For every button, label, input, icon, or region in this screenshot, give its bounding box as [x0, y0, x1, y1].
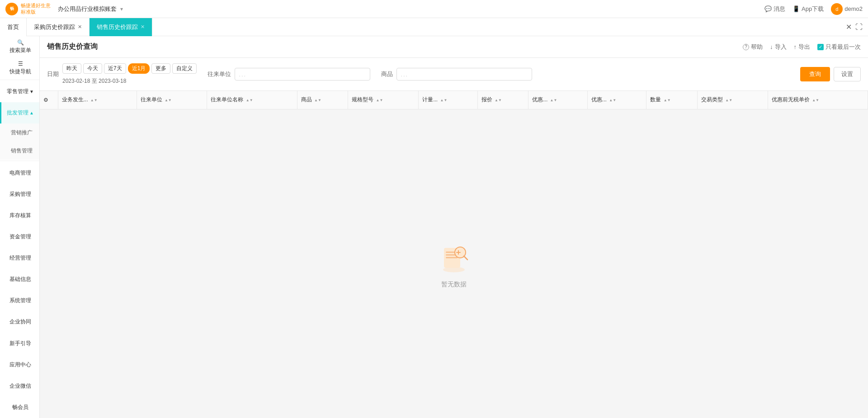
page-header: 销售历史价查询 ? 帮助 ↓ 导入 ↑ 导出 ✓ 只看最后一次: [40, 36, 868, 58]
col-transaction-type-header[interactable]: 交易类型 ▲▼: [697, 91, 768, 109]
date-last7days-btn[interactable]: 近7天: [104, 63, 126, 74]
topbar-dropdown-icon[interactable]: ▾: [120, 6, 123, 12]
from-unit-filter-item: 往来单位 ...: [208, 68, 370, 81]
sidebar: 🔍 搜索菜单 ☰ 快捷导航 零售管理 ▼ 批发管理 ▲ 营销推广 销售管理 电商…: [0, 36, 40, 418]
svg-line-6: [464, 256, 467, 260]
close-all-tabs-button[interactable]: ✕: [846, 23, 852, 31]
col-quantity-header[interactable]: 数量 ▲▼: [646, 91, 697, 109]
date-range-display: 2023-02-18 至 2023-03-18: [62, 77, 197, 85]
table-header-row: ⚙ 业务发生... ▲▼ 往来单位 ▲▼ 往来单位名称: [40, 91, 868, 109]
date-custom-btn[interactable]: 自定义: [172, 63, 197, 74]
sidebar-item-search-menu[interactable]: 🔍 搜索菜单: [0, 36, 39, 57]
export-button[interactable]: ↑ 导出: [794, 43, 811, 51]
sidebar-item-purchase-mgmt[interactable]: 采购管理: [0, 184, 39, 205]
sort-icon-3: ▲▼: [246, 98, 253, 102]
chevron-down-icon: ▼: [29, 89, 34, 94]
divider-1: [0, 80, 39, 80]
date-buttons: 昨天 今天 近7天 近1月 更多 自定义: [62, 63, 197, 74]
sort-icon-4: ▲▼: [314, 98, 321, 102]
sidebar-item-sales-mgmt[interactable]: 销售管理: [0, 142, 39, 160]
page-header-actions: ? 帮助 ↓ 导入 ↑ 导出 ✓ 只看最后一次: [743, 43, 861, 51]
sort-icon-6: ▲▼: [440, 98, 448, 102]
last-record-checkbox[interactable]: ✓ 只看最后一次: [817, 43, 861, 51]
import-button[interactable]: ↓ 导入: [770, 43, 787, 51]
search-icon: 🔍: [17, 39, 24, 46]
message-button[interactable]: 💬 消息: [764, 5, 785, 13]
help-button[interactable]: ? 帮助: [743, 43, 763, 51]
col-discount1-header[interactable]: 优惠... ▲▼: [528, 91, 588, 109]
sidebar-item-app-center[interactable]: 应用中心: [0, 354, 39, 375]
filter-bar: 日期 昨天 今天 近7天 近1月 更多 自定义 2023-02-18 至 202…: [40, 58, 868, 91]
message-icon: 💬: [764, 5, 772, 12]
date-last1month-btn[interactable]: 近1月: [128, 63, 150, 74]
gear-icon: ⚙: [43, 97, 48, 103]
topbar: 畅 畅捷通好生意 标准版 办公用品行业模拟账套 ▾ 💬 消息 📱 App下载 d…: [0, 0, 868, 18]
nav-icon: ☰: [18, 61, 23, 67]
settings-button[interactable]: 设置: [834, 67, 861, 81]
col-discount2-header[interactable]: 优惠... ▲▼: [587, 91, 646, 109]
sort-icon-11: ▲▼: [725, 98, 732, 102]
table-scroll: ⚙ 业务发生... ▲▼ 往来单位 ▲▼ 往来单位名称: [40, 91, 868, 109]
avatar: d: [831, 3, 843, 15]
expand-button[interactable]: ⛶: [855, 23, 863, 31]
date-yesterday-btn[interactable]: 昨天: [62, 63, 81, 74]
sidebar-item-enterprise-collab[interactable]: 企业协同: [0, 311, 39, 332]
main-layout: 🔍 搜索菜单 ☰ 快捷导航 零售管理 ▼ 批发管理 ▲ 营销推广 销售管理 电商…: [0, 36, 868, 418]
content-area: 销售历史价查询 ? 帮助 ↓ 导入 ↑ 导出 ✓ 只看最后一次: [40, 36, 868, 418]
empty-illustration: [436, 239, 472, 275]
data-table: ⚙ 业务发生... ▲▼ 往来单位 ▲▼ 往来单位名称: [40, 91, 868, 109]
col-gear-header[interactable]: ⚙: [40, 91, 58, 109]
logo-text: 畅捷通好生意 标准版: [21, 3, 51, 14]
tab-sales-history-close[interactable]: ✕: [141, 24, 145, 30]
date-filter-label: 日期: [47, 70, 59, 78]
sidebar-item-retail-mgmt[interactable]: 零售管理 ▼: [0, 81, 39, 102]
sidebar-item-operations-mgmt[interactable]: 经营管理: [0, 247, 39, 269]
col-partner-header[interactable]: 往来单位 ▲▼: [137, 91, 207, 109]
sidebar-item-inventory-calc[interactable]: 库存核算: [0, 205, 39, 226]
tab-purchase-history-close[interactable]: ✕: [78, 24, 82, 30]
query-button[interactable]: 查询: [800, 67, 830, 81]
col-unit-header[interactable]: 计量... ▲▼: [419, 91, 478, 109]
tab-sales-history[interactable]: 销售历史价跟踪 ✕: [90, 18, 152, 36]
filter-actions: 查询 设置: [800, 67, 861, 81]
sidebar-item-ecommerce-mgmt[interactable]: 电商管理: [0, 162, 39, 183]
tabbar: 首页 采购历史价跟踪 ✕ 销售历史价跟踪 ✕ ✕ ⛶: [0, 18, 868, 36]
sidebar-item-enterprise-wechat[interactable]: 企业微信: [0, 375, 39, 397]
table-wrapper: ⚙ 业务发生... ▲▼ 往来单位 ▲▼ 往来单位名称: [40, 91, 868, 418]
sidebar-item-wholesale-mgmt[interactable]: 批发管理 ▲: [0, 102, 39, 124]
topbar-title: 办公用品行业模拟账套: [58, 5, 117, 13]
from-unit-label: 往来单位: [208, 70, 231, 78]
date-today-btn[interactable]: 今天: [83, 63, 102, 74]
svg-rect-4: [446, 257, 458, 258]
date-filter-item: 日期 昨天 今天 近7天 近1月 更多 自定义 2023-02-18 至 202…: [47, 63, 197, 85]
sidebar-item-system-mgmt[interactable]: 系统管理: [0, 290, 39, 311]
sidebar-item-beginner-guide[interactable]: 新手引导: [0, 332, 39, 354]
sort-icon-10: ▲▼: [664, 98, 671, 102]
sidebar-item-membership[interactable]: 畅会员: [0, 397, 39, 418]
col-product-header[interactable]: 商品 ▲▼: [297, 91, 348, 109]
empty-state: 暂无数据: [40, 109, 868, 418]
logo-icon: 畅: [5, 3, 18, 15]
col-partner-name-header[interactable]: 往来单位名称 ▲▼: [207, 91, 297, 109]
export-icon: ↑: [794, 43, 797, 50]
filter-row: 日期 昨天 今天 近7天 近1月 更多 自定义 2023-02-18 至 202…: [47, 63, 861, 85]
tab-purchase-history[interactable]: 采购历史价跟踪 ✕: [27, 18, 90, 36]
tab-home[interactable]: 首页: [0, 18, 27, 36]
topbar-right: 💬 消息 📱 App下载 d demo2: [764, 3, 863, 15]
wholesale-submenu: 营销推广 销售管理: [0, 124, 39, 160]
sidebar-item-quick-nav[interactable]: ☰ 快捷导航: [0, 57, 39, 79]
col-quote-header[interactable]: 报价 ▲▼: [477, 91, 528, 109]
sidebar-item-marketing[interactable]: 营销推广: [0, 124, 39, 142]
col-business-date-header[interactable]: 业务发生... ▲▼: [58, 91, 137, 109]
app-download-button[interactable]: 📱 App下载: [793, 5, 824, 13]
date-more-btn[interactable]: 更多: [151, 63, 170, 74]
divider-2: [0, 161, 39, 161]
from-unit-input[interactable]: ...: [235, 68, 370, 81]
sidebar-item-basic-info[interactable]: 基础信息: [0, 269, 39, 290]
sidebar-item-finance-mgmt[interactable]: 资金管理: [0, 226, 39, 247]
product-dots: ...: [401, 71, 408, 78]
col-pretax-price-header[interactable]: 优惠前无税单价 ▲▼: [768, 91, 868, 109]
col-spec-header[interactable]: 规格型号 ▲▼: [348, 91, 419, 109]
product-input[interactable]: ...: [396, 68, 532, 81]
user-menu[interactable]: d demo2: [831, 3, 863, 15]
